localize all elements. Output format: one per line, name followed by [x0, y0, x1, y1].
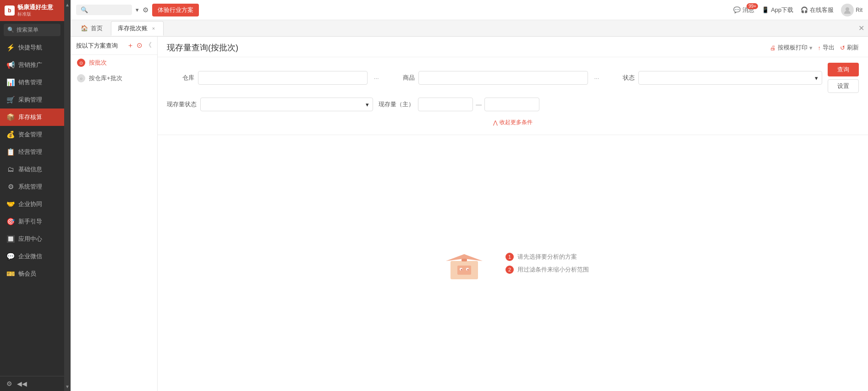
setting-button[interactable]: 设置: [828, 79, 859, 93]
query-button[interactable]: 查询: [828, 63, 859, 76]
product-input[interactable]: [418, 71, 588, 85]
empty-svg: [441, 240, 487, 286]
sidebar-item-label: 畅会员: [18, 270, 36, 278]
operation-icon: 📋: [6, 148, 15, 156]
topbar-dropdown-icon[interactable]: ▾: [136, 6, 139, 13]
add-solution-icon[interactable]: ＋: [127, 41, 134, 50]
user-avatar-btn[interactable]: Rit: [841, 4, 863, 16]
system-icon: ⚙: [6, 183, 15, 191]
industry-btn[interactable]: 体验行业方案: [152, 4, 199, 16]
main-area: 🔍 ▾ ⚙ 体验行业方案 💬 消息 99+ 📱 App下载 🎧 在线客服: [71, 0, 868, 391]
status-select[interactable]: ▾: [638, 71, 822, 85]
print-dropdown-icon[interactable]: ▾: [809, 44, 813, 51]
tab-close-btn[interactable]: ×: [150, 25, 157, 32]
topbar-gear-icon[interactable]: ⚙: [143, 6, 148, 14]
topbar-search-input[interactable]: [91, 7, 127, 13]
svg-point-0: [846, 7, 849, 11]
export-btn[interactable]: ↑ 导出: [818, 43, 835, 52]
product-filter-group: 商品 ···: [387, 71, 602, 85]
scroll-up-icon[interactable]: ▲: [64, 0, 71, 9]
sidebar-item-purchase[interactable]: 🛒 采购管理: [0, 91, 64, 109]
status-dropdown-icon: ▾: [815, 75, 818, 81]
app-version: 标准版: [17, 11, 53, 17]
close-all-tabs-icon[interactable]: ✕: [858, 24, 864, 33]
sidebar-item-label: 基础信息: [18, 165, 42, 174]
sidebar-item-basic[interactable]: 🗂 基础信息: [0, 161, 64, 178]
purchase-icon: 🛒: [6, 96, 15, 104]
sidebar-scrollbar[interactable]: ▲ ▼: [64, 0, 71, 391]
settings-solution-icon[interactable]: ⊙: [137, 41, 143, 50]
sales-icon: 📊: [6, 78, 15, 87]
content-area: 按以下方案查询 ＋ ⊙ 《 ⊙ 按批次 ○ 按仓库+批次 现存量查询(按批次): [71, 37, 868, 391]
inventory-amount-filter-group: 现存量（主） —: [379, 98, 585, 111]
filter-area: 仓库 ··· 商品 ··· 状态 ▾: [158, 57, 868, 135]
marketing-icon: 📢: [6, 61, 15, 69]
tab-home-label: 首页: [91, 24, 103, 33]
warehouse-input[interactable]: [198, 71, 368, 85]
page-header: 现存量查询(按批次) 🖨 按模板打印 ▾ ↑ 导出 ↺ 刷新: [158, 37, 868, 57]
apps-icon: 🔲: [6, 235, 15, 243]
avatar: [841, 4, 854, 16]
scroll-down-icon[interactable]: ▼: [64, 382, 71, 391]
refresh-label: 刷新: [847, 43, 859, 52]
tab-home[interactable]: 🏠 首页: [74, 22, 109, 35]
sidebar-item-finance[interactable]: 💰 资金管理: [0, 126, 64, 143]
settings-icon[interactable]: ⚙: [6, 380, 12, 387]
warehouse-more-icon[interactable]: ···: [371, 74, 382, 82]
sidebar-item-label: 采购管理: [18, 96, 42, 104]
empty-illustration: [437, 236, 492, 291]
topbar-search-icon: 🔍: [81, 6, 88, 13]
app-name: 畅康通好生意: [17, 4, 53, 11]
solution-item-warehouse-batch[interactable]: ○ 按仓库+批次: [71, 71, 157, 86]
inventory-amount-from-input[interactable]: [418, 98, 473, 111]
filter-row-2: 现存量状态 ▾ 现存量（主） —: [167, 98, 859, 111]
search-menu-item[interactable]: 🔍 搜索菜单: [4, 24, 60, 36]
inventory-amount-range: —: [418, 98, 539, 111]
main-content: 现存量查询(按批次) 🖨 按模板打印 ▾ ↑ 导出 ↺ 刷新: [158, 37, 868, 391]
print-btn[interactable]: 🖨 按模板打印 ▾: [770, 43, 813, 52]
sidebar-item-sales[interactable]: 📊 销售管理: [0, 74, 64, 91]
topbar-search-box[interactable]: 🔍: [76, 5, 132, 15]
sidebar-item-label: 快捷导航: [18, 43, 42, 52]
inventory-status-filter-group: 现存量状态 ▾: [167, 98, 373, 111]
solution-item-batch[interactable]: ⊙ 按批次: [71, 55, 157, 71]
message-btn[interactable]: 💬 消息 99+: [733, 6, 754, 14]
online-service-btn[interactable]: 🎧 在线客服: [801, 6, 834, 14]
app-download-btn[interactable]: 📱 App下载: [762, 6, 793, 14]
sidebar-item-operation[interactable]: 📋 经营管理: [0, 143, 64, 161]
sidebar-item-inventory[interactable]: 📦 库存核算: [0, 109, 64, 126]
sidebar-header: b 畅康通好生意 标准版: [0, 0, 64, 21]
batch-solution-icon: ⊙: [77, 59, 85, 67]
sidebar-item-quick[interactable]: ⚡ 快捷导航: [0, 39, 64, 56]
left-panel: 按以下方案查询 ＋ ⊙ 《 ⊙ 按批次 ○ 按仓库+批次: [71, 37, 158, 391]
empty-state: 1 请先选择要分析的方案 2 用过滤条件来缩小分析范围: [158, 135, 868, 391]
sidebar-item-member[interactable]: 🎫 畅会员: [0, 265, 64, 282]
export-icon: ↑: [818, 44, 821, 51]
inventory-amount-to-input[interactable]: [484, 98, 539, 111]
sidebar-item-system[interactable]: ⚙ 系统管理: [0, 178, 64, 196]
print-icon: 🖨: [770, 44, 776, 51]
left-panel-header: 按以下方案查询 ＋ ⊙ 《: [71, 37, 157, 55]
sidebar-item-label: 系统管理: [18, 183, 42, 191]
sidebar-item-newbie[interactable]: 🎯 新手引导: [0, 213, 64, 230]
collapse-sidebar-icon[interactable]: ◀◀: [17, 380, 27, 387]
collapse-filter-btn[interactable]: ⋀ 收起更多条件: [167, 116, 859, 129]
collapse-filter-icon: ⋀: [493, 119, 498, 126]
inventory-icon: 📦: [6, 113, 15, 121]
sidebar-item-wechat[interactable]: 💬 企业微信: [0, 248, 64, 265]
product-more-icon[interactable]: ···: [592, 74, 602, 82]
empty-tip-2: 2 用过滤条件来缩小分析范围: [505, 266, 589, 274]
empty-tip-1: 1 请先选择要分析的方案: [505, 253, 589, 261]
inventory-status-select[interactable]: ▾: [200, 98, 373, 111]
tab-inventory-batch[interactable]: 库存批次账 ×: [111, 21, 164, 36]
product-label: 商品: [387, 74, 415, 82]
search-icon: 🔍: [7, 27, 14, 33]
sidebar-item-marketing[interactable]: 📢 营销推广: [0, 56, 64, 74]
sidebar-item-apps[interactable]: 🔲 应用中心: [0, 230, 64, 248]
phone-icon: 📱: [762, 6, 769, 13]
sidebar-item-label: 资金管理: [18, 130, 42, 139]
refresh-btn[interactable]: ↺ 刷新: [840, 43, 859, 52]
collapse-panel-icon[interactable]: 《: [145, 41, 152, 50]
quick-icon: ⚡: [6, 43, 15, 52]
sidebar-item-enterprise[interactable]: 🤝 企业协同: [0, 196, 64, 213]
